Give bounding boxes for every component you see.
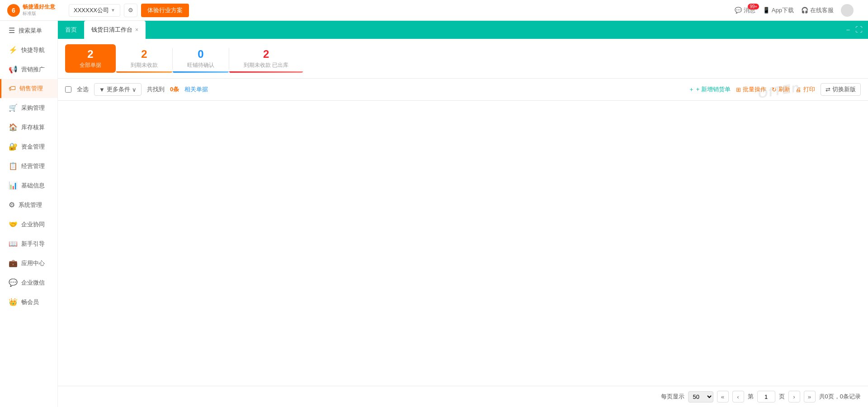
sidebar-item-label-app-center: 应用中心 <box>21 259 45 267</box>
gear-icon: ⚙ <box>128 7 133 14</box>
member-icon: 👑 <box>9 298 18 306</box>
search-menu-icon: ☰ <box>9 26 15 35</box>
page-last-button[interactable]: » <box>804 391 816 402</box>
app-download-button[interactable]: 📱 App下载 <box>763 6 794 14</box>
switch-icon: ⇄ <box>826 86 830 93</box>
refresh-button[interactable]: ↻ 刷新 <box>772 85 790 94</box>
sales-icon: 🏷 <box>9 84 16 93</box>
tab-home-label: 首页 <box>65 26 77 34</box>
stat-label-overdue: 到期未收款 <box>131 61 158 69</box>
tab-home[interactable]: 首页 <box>58 21 84 39</box>
stats-bar: 2 全部单据 2 到期未收款 0 旺铺待确认 2 到期未收款 已出库 <box>58 39 868 79</box>
marketing-icon: 📢 <box>9 65 18 74</box>
operations-icon: 📋 <box>9 162 18 170</box>
found-suffix-link[interactable]: 相关单据 <box>184 85 208 94</box>
stat-card-wangpu[interactable]: 0 旺铺待确认 <box>173 44 229 73</box>
sidebar-item-label-quick-nav: 快捷导航 <box>21 46 45 54</box>
sidebar-item-member[interactable]: 👑 畅会员 <box>0 292 57 312</box>
message-button[interactable]: 💬 消息 99+ <box>735 6 755 14</box>
page-label: 第 <box>748 393 754 401</box>
top-right-actions: 💬 消息 99+ 📱 App下载 🎧 在线客服 <box>735 4 861 17</box>
sidebar-item-wechat[interactable]: 💬 企业微信 <box>0 273 57 292</box>
quick-nav-icon: ⚡ <box>9 46 18 54</box>
app-center-icon: 💼 <box>9 259 18 267</box>
trial-button[interactable]: 体验行业方案 <box>141 4 189 17</box>
print-button[interactable]: 🖨 打印 <box>796 85 815 94</box>
filter-chevron-icon: ∨ <box>132 86 137 93</box>
tab-workspace-label: 钱货日清工作台 <box>91 26 132 34</box>
tab-close-icon[interactable]: × <box>135 27 138 33</box>
filter-button[interactable]: ▼ 更多条件 ∨ <box>94 83 142 96</box>
service-icon: 🎧 <box>801 7 808 14</box>
tab-workspace[interactable]: 钱货日清工作台 × <box>84 21 146 39</box>
switch-version-button[interactable]: ⇄ 切换新版 <box>821 83 861 96</box>
per-page-label: 每页显示 <box>661 393 684 401</box>
logo-icon: 6 <box>7 4 20 17</box>
found-count: 0条 <box>170 85 179 94</box>
sidebar-item-enterprise[interactable]: 🤝 企业协同 <box>0 215 57 234</box>
top-bar: 6 畅捷通好生意 标准版 XXXXXX公司 ▼ ⚙ 体验行业方案 💬 消息 99… <box>0 0 868 21</box>
sidebar-item-sales[interactable]: 🏷 销售管理 <box>0 79 57 98</box>
message-icon: 💬 <box>735 7 742 14</box>
stat-label-shipped: 到期未收款 已出库 <box>244 61 288 69</box>
online-service-button[interactable]: 🎧 在线客服 <box>801 6 834 14</box>
add-sales-button[interactable]: ＋ + 新增销货单 <box>689 85 731 94</box>
page-next-button[interactable]: › <box>788 391 800 402</box>
logo-name: 畅捷通好生意 <box>23 4 55 11</box>
toolbar-right: ＋ + 新增销货单 ⊞ 批量操作 ↻ 刷新 🖨 打印 ⇄ 切换新版 <box>689 83 861 96</box>
per-page-select[interactable]: 50 100 200 <box>688 391 713 402</box>
stat-label-wangpu: 旺铺待确认 <box>187 61 214 69</box>
company-selector[interactable]: XXXXXX公司 ▼ <box>69 4 120 17</box>
sidebar-item-label-inventory: 库存核算 <box>21 123 45 131</box>
basic-info-icon: 📊 <box>9 181 18 190</box>
company-name: XXXXXX公司 <box>74 6 109 14</box>
batch-operations-button[interactable]: ⊞ 批量操作 <box>736 85 766 94</box>
stat-card-shipped[interactable]: 2 到期未收款 已出库 <box>229 44 303 73</box>
tab-minimize-icon[interactable]: － <box>844 25 852 35</box>
select-all-checkbox[interactable] <box>65 86 71 93</box>
sidebar-item-purchase[interactable]: 🛒 采购管理 <box>0 98 57 117</box>
content-area: 2 全部单据 2 到期未收款 0 旺铺待确认 2 到期未收款 已出库 <box>58 39 868 407</box>
sidebar-item-finance[interactable]: 🔐 资金管理 <box>0 137 57 156</box>
sidebar-item-basic-info[interactable]: 📊 基础信息 <box>0 176 57 195</box>
sidebar: ☰ 搜索菜单 ⚡ 快捷导航 📢 营销推广 🏷 销售管理 🛒 采购管理 🏠 库存核… <box>0 21 58 407</box>
page-input[interactable] <box>757 391 775 402</box>
sidebar-item-label-basic-info: 基础信息 <box>21 182 45 190</box>
finance-icon: 🔐 <box>9 142 18 151</box>
avatar[interactable] <box>841 4 854 17</box>
sidebar-item-inventory[interactable]: 🏠 库存核算 <box>0 117 57 137</box>
batch-icon: ⊞ <box>736 86 741 93</box>
table-area <box>58 101 868 386</box>
tab-bar-actions: － ⛶ <box>844 25 868 35</box>
settings-button[interactable]: ⚙ <box>124 4 137 17</box>
sidebar-item-label-system: 系统管理 <box>19 201 42 209</box>
refresh-label: 刷新 <box>778 85 790 94</box>
found-prefix: 共找到 <box>147 85 165 94</box>
sidebar-item-marketing[interactable]: 📢 营销推广 <box>0 60 57 79</box>
sidebar-item-search-menu[interactable]: ☰ 搜索菜单 <box>0 21 57 40</box>
page-suffix: 页 <box>779 393 785 401</box>
system-icon: ⚙ <box>9 201 15 209</box>
tab-expand-icon[interactable]: ⛶ <box>855 26 863 34</box>
sidebar-item-guide[interactable]: 📖 新手引导 <box>0 234 57 253</box>
refresh-icon: ↻ <box>772 86 777 93</box>
page-first-button[interactable]: « <box>717 391 729 402</box>
enterprise-icon: 🤝 <box>9 220 18 229</box>
sidebar-item-label-operations: 经营管理 <box>21 162 45 170</box>
sidebar-item-quick-nav[interactable]: ⚡ 快捷导航 <box>0 40 57 60</box>
sidebar-item-system[interactable]: ⚙ 系统管理 <box>0 195 57 215</box>
sidebar-item-label-finance: 资金管理 <box>21 143 45 151</box>
sidebar-item-label-sales: 销售管理 <box>19 84 43 93</box>
stat-label-all: 全部单据 <box>80 61 101 69</box>
stat-card-all[interactable]: 2 全部单据 <box>65 44 116 73</box>
sidebar-item-label-enterprise: 企业协同 <box>21 220 45 229</box>
app-download-label: App下载 <box>772 6 794 14</box>
guide-icon: 📖 <box>9 239 18 248</box>
sidebar-item-label-member: 畅会员 <box>21 298 39 306</box>
switch-label: 切换新版 <box>832 85 856 94</box>
sidebar-item-operations[interactable]: 📋 经营管理 <box>0 156 57 176</box>
page-prev-button[interactable]: ‹ <box>732 391 744 402</box>
stat-card-overdue[interactable]: 2 到期未收款 <box>116 44 172 73</box>
sidebar-item-app-center[interactable]: 💼 应用中心 <box>0 253 57 273</box>
stat-number-wangpu: 0 <box>198 48 203 61</box>
